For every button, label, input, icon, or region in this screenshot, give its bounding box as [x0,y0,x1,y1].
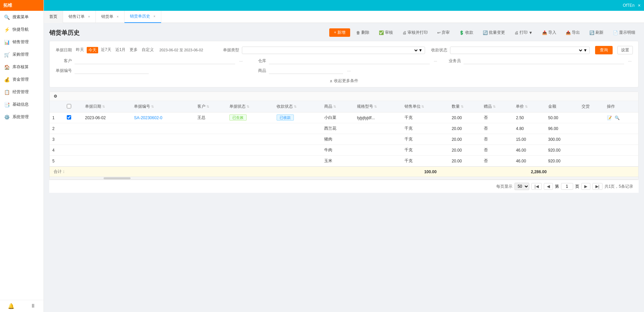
collect-button[interactable]: 💲 收款 [456,28,477,37]
sidebar-item-basic-info[interactable]: 📑 基础信息 [0,98,44,111]
col-unit-price[interactable]: 单价 [513,101,545,112]
collapse-btn[interactable]: ∧ 收起更多条件 [55,77,633,84]
doc-type-select-wrapper[interactable]: ▼ [242,47,425,54]
col-doc-status[interactable]: 单据状态 [227,101,274,112]
row-checkbox[interactable] [67,115,71,120]
cell-checkbox[interactable] [64,156,82,166]
col-goods[interactable]: 商品 [321,101,355,112]
new-button[interactable]: + 新增 [329,28,350,37]
col-quantity[interactable]: 数量 [449,101,481,112]
sidebar-item-search-menu[interactable]: 🔍 搜索菜单 [0,11,44,23]
audit-button[interactable]: ✅ 审核 [375,28,396,37]
col-gift[interactable]: 赠品 [481,101,513,112]
col-spec-type[interactable]: 规格型号 [354,101,401,112]
doc-no-label: 单据编号 [55,68,72,74]
filter-row-1: 单据日期 昨天 今天 近7天 近1月 更多 自定义 2023-06-02 至 2… [55,46,633,54]
warehouse-input[interactable] [269,58,429,64]
refresh-button[interactable]: 🔃 刷新 [586,28,607,37]
date-btn-7days[interactable]: 近7天 [100,47,113,53]
doc-no-link[interactable]: SA-20230602-0 [134,115,162,120]
col-checkbox[interactable] [64,101,82,112]
date-btn-1month[interactable]: 近1月 [114,47,127,53]
top-bar-close-btn[interactable]: × [638,3,641,8]
sidebar-item-purchase-mgmt[interactable]: 🛒 采购管理 [0,48,44,61]
sidebar-item-ops-mgmt[interactable]: 📋 经营管理 [0,86,44,98]
customer-ellipsis-btn[interactable]: ··· [238,59,244,63]
show-details-button[interactable]: 📄 显示明细 [610,28,639,37]
tab-sales-order[interactable]: 销售订单 × [63,11,96,23]
collect-status-select[interactable] [452,48,584,53]
page-last-btn[interactable]: ▶| [592,183,603,190]
scrollbar-thumb[interactable] [104,177,131,179]
tab-sales-goods-close[interactable]: × [117,15,119,19]
warehouse-ellipsis-btn[interactable]: ··· [432,59,439,63]
sidebar-notification-btn[interactable]: 🔔 [8,303,15,309]
tab-sales-order-close[interactable]: × [88,15,90,19]
doc-type-select[interactable] [244,48,419,53]
export-button[interactable]: 📤 导出 [562,28,583,37]
table-settings-icon[interactable]: ⚙ [54,94,57,99]
settings-button[interactable]: 设置 [617,46,633,54]
cell-collect-status [274,156,321,166]
filter-collect-status-item: 收款状态 ▼ 查询 设置 [430,46,633,54]
cell-checkbox[interactable] [64,112,82,123]
cell-sales-unit: 千克 [402,123,449,134]
table-row: 5 玉米 千克 20.00 否 46.00 920.00 [50,156,638,166]
cell-customer [195,156,227,166]
toolbar: + 新增 🗑 删除 ✅ 审核 🖨 审核并打印 ↩ 弃审 [329,28,639,37]
doc-no-input[interactable] [75,68,149,74]
sidebar-item-label-basic-info: 基础信息 [12,102,29,107]
audit-icon: ✅ [379,30,384,35]
date-btn-more[interactable]: 更多 [128,47,139,53]
batch-change-button[interactable]: 🔄 批量变更 [479,28,508,37]
sidebar-item-quick-nav[interactable]: ⚡ 快捷导航 [0,23,44,36]
col-sales-unit[interactable]: 销售单位 [402,101,449,112]
action-detail-link[interactable]: 🔍 [615,115,620,120]
sidebar-item-sales-mgmt[interactable]: 📊 销售管理 [0,36,44,48]
agent-ellipsis-btn[interactable]: ··· [627,59,633,63]
tab-sales-goods-history-close[interactable]: × [153,15,156,18]
col-customer[interactable]: 客户 [195,101,227,112]
page-unit: 页 [575,184,579,189]
date-btn-custom[interactable]: 自定义 [140,47,155,53]
audit-print-button[interactable]: 🖨 审核并打印 [399,28,431,37]
cell-checkbox[interactable] [64,134,82,145]
import-button[interactable]: 📥 导入 [539,28,560,37]
date-btn-yesterday[interactable]: 昨天 [75,47,85,53]
sidebar-item-finance-mgmt[interactable]: 💰 资金管理 [0,73,44,86]
page-next-btn[interactable]: ▶ [581,183,590,190]
delete-button[interactable]: 🗑 删除 [353,28,373,37]
per-page-select[interactable]: 50 [514,183,529,190]
sidebar-item-sys-mgmt[interactable]: ⚙️ 系统管理 [0,111,44,123]
action-edit-link[interactable]: 📝 [607,115,612,120]
goods-ellipsis-btn[interactable]: ··· [346,69,352,73]
collect-status-select-wrapper[interactable]: ▼ [450,47,590,54]
cell-checkbox[interactable] [64,123,82,134]
cell-doc-date [82,134,131,145]
print-label: 打印 [520,30,528,35]
sidebar-item-label-sys-mgmt: 系统管理 [12,114,29,120]
customer-input[interactable] [75,58,235,64]
agent-input[interactable] [464,58,624,64]
abandon-button[interactable]: ↩ 弃审 [434,28,453,37]
cell-gift: 否 [481,134,513,145]
sidebar-item-stock-calc[interactable]: 🏠 库存核算 [0,61,44,73]
collect-status-label: 收款状态 [430,47,447,53]
page-prev-btn[interactable]: ◀ [544,183,553,190]
col-collect-status[interactable]: 收款状态 [274,101,321,112]
tab-sales-goods[interactable]: 销货单 × [96,11,124,23]
print-button[interactable]: 🖨 打印 ▼ [511,28,536,37]
page-first-btn[interactable]: |◀ [531,183,541,190]
date-btn-today[interactable]: 今天 [87,47,98,53]
col-doc-no[interactable]: 单据编号 [131,101,195,112]
tab-sales-goods-history[interactable]: 销货单历史 × [124,11,161,23]
stock-calc-icon: 🏠 [4,64,10,70]
goods-input[interactable] [269,68,343,74]
tab-home[interactable]: 首页 [44,11,63,23]
query-button[interactable]: 查询 [595,46,613,54]
cell-checkbox[interactable] [64,145,82,156]
col-doc-date[interactable]: 单据日期 [82,101,131,112]
page-num-input[interactable] [561,183,573,190]
sidebar-pause-btn[interactable]: ⏸ [30,303,36,309]
select-all-checkbox[interactable] [67,104,71,108]
